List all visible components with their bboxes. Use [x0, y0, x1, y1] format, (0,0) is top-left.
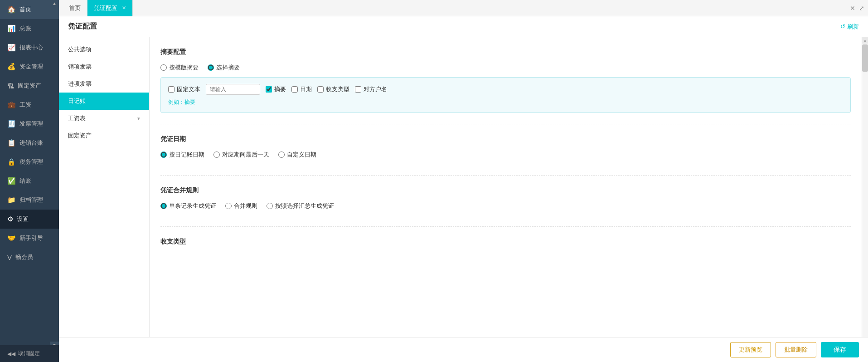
sidebar-item-label: 新手引导	[19, 234, 43, 242]
checkbox-income-type-label: 收支类型	[326, 85, 349, 93]
radio-custom-date-input[interactable]	[278, 152, 285, 158]
radio-last-day-label: 对应期间最后一天	[222, 151, 269, 159]
unpin-icon: ◀◀	[7, 351, 15, 357]
settings-icon: ⚙	[7, 215, 13, 223]
radio-select-abstract[interactable]: 选择摘要	[208, 64, 240, 72]
checkbox-counterpart[interactable]: 对方户名	[355, 85, 387, 93]
radio-by-journal-date-label: 按日记账日期	[169, 151, 204, 159]
voucher-date-radio-group: 按日记账日期 对应期间最后一天 自定义日期	[160, 151, 851, 159]
scroll-track: ▲	[862, 37, 868, 337]
left-nav-fixed-asset[interactable]: 固定资产	[59, 127, 149, 144]
radio-by-journal-date-input[interactable]	[160, 152, 167, 158]
left-nav-payroll-sheet[interactable]: 工资表 ▾	[59, 110, 149, 127]
checkbox-date-label: 日期	[300, 85, 312, 93]
left-nav-purchase-invoice[interactable]: 进项发票	[59, 75, 149, 93]
sidebar-item-archive[interactable]: 📁 归档管理	[0, 191, 59, 210]
sidebar-item-fixed-assets[interactable]: 🏗 固定资产	[0, 76, 59, 95]
left-nav-public-label: 公共选项	[68, 45, 92, 54]
update-preview-button[interactable]: 更新预览	[730, 342, 771, 357]
radio-select-abstract-input[interactable]	[208, 64, 214, 71]
left-nav-sales-invoice-label: 销项发票	[68, 63, 92, 71]
checkbox-abstract[interactable]: 摘要	[266, 85, 286, 93]
sidebar-item-label: 首页	[19, 5, 31, 14]
section-voucher-date-title: 凭证日期	[160, 135, 851, 143]
radio-last-day-input[interactable]	[213, 152, 220, 158]
sidebar-item-settings[interactable]: ⚙ 设置	[0, 210, 59, 229]
sidebar-item-label: 税务管理	[19, 158, 43, 166]
refresh-label: 刷新	[847, 23, 859, 31]
section-voucher-date: 凭证日期 按日记账日期 对应期间最后一天	[160, 135, 851, 176]
checkbox-abstract-input[interactable]	[266, 86, 272, 93]
section-abstract: 摘要配置 按模版摘要 选择摘要	[160, 48, 851, 124]
window-controls: ✕ ⤢	[850, 5, 864, 12]
radio-template-abstract[interactable]: 按模版摘要	[160, 64, 199, 72]
sidebar-item-settlement[interactable]: ✅ 结账	[0, 171, 59, 191]
window-resize-btn[interactable]: ⤢	[859, 5, 864, 12]
tab-close-icon[interactable]: ✕	[122, 5, 126, 11]
fixed-text-input[interactable]	[206, 84, 260, 95]
save-button[interactable]: 保存	[821, 342, 859, 357]
section-income-type-title: 收支类型	[160, 238, 851, 246]
tab-home[interactable]: 首页	[63, 0, 87, 16]
sidebar-item-label: 归档管理	[19, 196, 43, 204]
left-nav-public[interactable]: 公共选项	[59, 41, 149, 58]
layout: 公共选项 销项发票 进项发票 日记账 工资表 ▾ 固定资产	[59, 37, 868, 337]
checkbox-fixed-text[interactable]: 固定文本	[168, 85, 200, 93]
sidebar-item-tax[interactable]: 🔒 税务管理	[0, 152, 59, 171]
radio-merge-input[interactable]	[225, 203, 232, 209]
radio-single[interactable]: 单条记录生成凭证	[160, 202, 216, 210]
radio-by-selection[interactable]: 按照选择汇总生成凭证	[267, 202, 334, 210]
radio-single-input[interactable]	[160, 203, 167, 209]
sidebar-item-vip[interactable]: V 畅会员	[0, 248, 59, 267]
checkbox-fixed-text-input[interactable]	[168, 86, 175, 93]
left-nav-sales-invoice[interactable]: 销项发票	[59, 58, 149, 75]
sidebar-bottom-label: 取消固定	[18, 350, 40, 357]
sidebar-item-sales-ledger[interactable]: 📋 进销台账	[0, 133, 59, 152]
radio-by-selection-input[interactable]	[267, 203, 273, 209]
tab-home-label: 首页	[69, 4, 81, 12]
radio-merge-label: 合并规则	[234, 202, 257, 210]
home-icon: 🏠	[7, 5, 16, 14]
right-content: 摘要配置 按模版摘要 选择摘要	[150, 37, 862, 337]
radio-single-label: 单条记录生成凭证	[169, 202, 216, 210]
page-title: 凭证配置	[68, 22, 97, 31]
left-nav-fixed-asset-label: 固定资产	[68, 132, 92, 140]
tab-voucher-label: 凭证配置	[94, 4, 117, 12]
tab-voucher[interactable]: 凭证配置 ✕	[87, 0, 133, 16]
sidebar-item-report[interactable]: 📈 报表中心	[0, 38, 59, 57]
checkbox-counterpart-label: 对方户名	[364, 85, 387, 93]
checkbox-date[interactable]: 日期	[291, 85, 312, 93]
ledger-icon: 📊	[7, 24, 16, 33]
abstract-radio-group: 按模版摘要 选择摘要	[160, 64, 851, 72]
tax-icon: 🔒	[7, 158, 16, 166]
checkbox-counterpart-input[interactable]	[355, 86, 361, 93]
radio-custom-date[interactable]: 自定义日期	[278, 151, 316, 159]
sidebar-item-payroll[interactable]: 💼 工资	[0, 95, 59, 114]
sidebar-item-label: 设置	[17, 215, 29, 223]
radio-template-abstract-input[interactable]	[160, 64, 167, 71]
window-close-btn[interactable]: ✕	[850, 5, 855, 12]
sidebar-item-fund[interactable]: 💰 资金管理	[0, 57, 59, 76]
left-nav-journal[interactable]: 日记账	[59, 93, 149, 110]
sidebar-item-guide[interactable]: 🤝 新手引导	[0, 229, 59, 248]
radio-by-journal-date[interactable]: 按日记账日期	[160, 151, 204, 159]
section-merge-rule: 凭证合并规则 单条记录生成凭证 合并规则	[160, 186, 851, 227]
sidebar-unpin-button[interactable]: ◀◀ 取消固定	[0, 345, 59, 362]
left-nav-journal-label: 日记账	[68, 97, 86, 105]
sidebar-item-label: 进销台账	[19, 139, 43, 147]
checkbox-date-input[interactable]	[291, 86, 298, 93]
sidebar-scroll-up[interactable]: ▲	[50, 0, 59, 7]
section-income-type: 收支类型	[160, 238, 851, 264]
scroll-thumb[interactable]	[862, 44, 868, 72]
scroll-up-arrow[interactable]: ▲	[862, 37, 868, 44]
sidebar-item-label: 发票管理	[19, 120, 43, 128]
vip-icon: V	[7, 254, 12, 261]
checkbox-income-type[interactable]: 收支类型	[317, 85, 349, 93]
sidebar-item-ledger[interactable]: 📊 总账	[0, 19, 59, 38]
checkbox-income-type-input[interactable]	[317, 86, 324, 93]
radio-last-day[interactable]: 对应期间最后一天	[213, 151, 269, 159]
batch-delete-button[interactable]: 批量删除	[776, 342, 816, 357]
refresh-button[interactable]: ↺ 刷新	[840, 23, 859, 31]
sidebar-item-invoice-mgmt[interactable]: 🧾 发票管理	[0, 114, 59, 133]
radio-merge[interactable]: 合并规则	[225, 202, 257, 210]
